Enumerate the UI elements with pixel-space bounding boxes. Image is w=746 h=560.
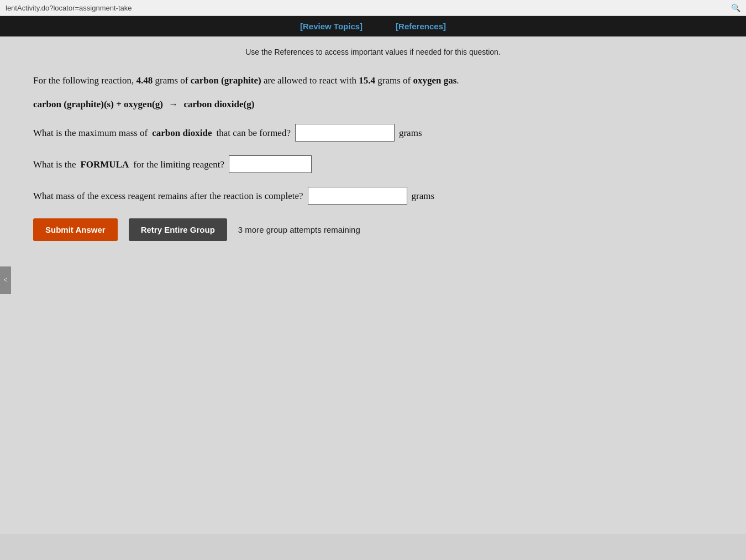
references-note: Use the References to access important v… <box>33 48 713 56</box>
q3-text: What mass of the excess reagent remains … <box>33 189 303 203</box>
submit-answer-button[interactable]: Submit Answer <box>33 218 118 241</box>
q1-unit: grams <box>399 125 422 140</box>
intro-middle: are allowed to react with <box>264 75 356 86</box>
question-2-row: What is the FORMULA for the limiting rea… <box>33 155 713 173</box>
question-intro: For the following reaction, 4.48 grams o… <box>33 73 713 88</box>
intro-prefix: For the following reaction, <box>33 75 136 86</box>
main-content: Use the References to access important v… <box>0 36 746 534</box>
reactant2: oxygen(g) <box>124 99 163 109</box>
oxygen-mass: 15.4 <box>359 75 375 86</box>
retry-entire-group-button[interactable]: Retry Entire Group <box>129 218 227 241</box>
plus-sign: + <box>116 99 122 109</box>
review-topics-link[interactable]: [Review Topics] <box>300 22 363 31</box>
q3-unit: grams <box>412 189 435 203</box>
top-nav: [Review Topics] [References] <box>0 16 746 36</box>
intro-grams-of: grams of <box>155 75 188 86</box>
q1-text-after: that can be formed? <box>216 125 291 140</box>
q1-bold-word: carbon dioxide <box>152 125 212 140</box>
intro-oxygen-unit: grams of <box>377 75 411 86</box>
q2-text-after: for the limiting reagent? <box>133 157 224 172</box>
reaction-equation: carbon (graphite)(s) + oxygen(g) → carbo… <box>33 99 713 110</box>
url-text: lentActivity.do?locator=assignment-take <box>6 4 132 12</box>
question-3-row: What mass of the excess reagent remains … <box>33 187 713 205</box>
sidebar-arrow[interactable]: < <box>0 266 11 294</box>
references-link[interactable]: [References] <box>396 22 446 31</box>
search-icon: 🔍 <box>731 3 740 12</box>
arrow-left-icon: < <box>3 276 8 285</box>
q1-answer-input[interactable] <box>295 124 395 142</box>
q2-bold-word: FORMULA <box>80 157 129 172</box>
arrow-symbol: → <box>169 99 178 110</box>
carbon-mass: 4.48 <box>136 75 153 86</box>
attempts-remaining-text: 3 more group attempts remaining <box>238 225 360 234</box>
q2-text-before: What is the <box>33 157 76 172</box>
carbon-substance: carbon (graphite) <box>191 75 261 86</box>
reactant1: carbon (graphite)(s) <box>33 99 114 109</box>
oxygen-substance: oxygen gas <box>413 75 456 86</box>
reaction-equation-block: carbon (graphite)(s) + oxygen(g) → carbo… <box>33 99 713 110</box>
q2-answer-input[interactable] <box>229 155 312 173</box>
buttons-row: Submit Answer Retry Entire Group 3 more … <box>33 218 713 241</box>
question-intro-block: For the following reaction, 4.48 grams o… <box>33 73 713 88</box>
q1-text-before: What is the maximum mass of <box>33 125 148 140</box>
q3-answer-input[interactable] <box>308 187 407 205</box>
product: carbon dioxide(g) <box>183 99 254 109</box>
address-bar: lentActivity.do?locator=assignment-take … <box>0 0 746 16</box>
question-1-row: What is the maximum mass of carbon dioxi… <box>33 124 713 142</box>
